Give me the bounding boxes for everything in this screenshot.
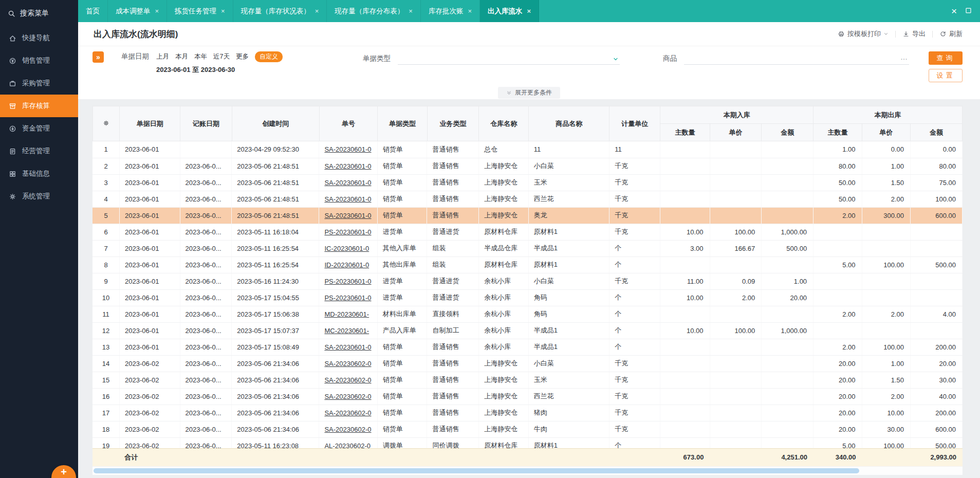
export-button[interactable]: 导出 — [902, 29, 926, 39]
table-row[interactable]: 72023-06-012023-06-0...2023-05-11 16:25:… — [93, 240, 963, 256]
table-row[interactable]: 132023-06-012023-06-0...2023-05-17 15:08… — [93, 339, 963, 355]
date-quick-option-3[interactable]: 近7天 — [213, 52, 230, 61]
tab-close-icon[interactable]: × — [155, 7, 159, 15]
col-header-doc-no[interactable]: 单号 — [319, 106, 377, 141]
table-row[interactable]: 62023-06-012023-06-0...2023-05-11 16:18:… — [93, 224, 963, 240]
col-header-product[interactable]: 商品名称 — [529, 106, 609, 141]
doc-no-link[interactable]: AL-20230602-0 — [324, 442, 371, 449]
tab-5[interactable]: 库存批次账× — [421, 0, 480, 22]
table-row[interactable]: 142023-06-022023-06-0...2023-05-06 21:34… — [93, 355, 963, 372]
col-header-created[interactable]: 创建时间 — [232, 106, 319, 141]
doc-no-link[interactable]: MC-20230601- — [324, 327, 369, 335]
date-quick-option-4[interactable]: 更多 — [236, 52, 249, 61]
query-button[interactable]: 查询 — [929, 51, 963, 65]
table-body-viewport[interactable]: 12023-06-012023-04-29 09:52:30SA-2023060… — [93, 141, 963, 448]
doc-no-link[interactable]: SA-20230601-0 — [324, 162, 371, 170]
tab-4[interactable]: 现存量（库存分布表）× — [327, 0, 421, 22]
table-row[interactable]: 32023-06-012023-06-0...2023-05-06 21:48:… — [93, 174, 963, 191]
fullscreen-icon[interactable] — [965, 7, 972, 16]
tab-0[interactable]: 首页 — [78, 0, 108, 22]
doc-no-link[interactable]: ID-20230601-0 — [324, 261, 369, 269]
sidebar-item-sales[interactable]: 销售管理 — [0, 49, 78, 72]
sidebar-item-inventory[interactable]: 库存核算 — [0, 95, 78, 117]
col-header-out-qty[interactable]: 主数量 — [813, 124, 862, 141]
tab-1[interactable]: 成本调整单× — [108, 0, 167, 22]
table-row[interactable]: 102023-06-012023-06-0...2023-05-17 15:04… — [93, 289, 963, 306]
doc-no-link[interactable]: SA-20230602-0 — [324, 376, 371, 384]
sidebar-item-system[interactable]: 系统管理 — [0, 185, 78, 208]
tab-close-icon[interactable]: × — [468, 7, 472, 15]
table-row[interactable]: 52023-06-012023-06-0...2023-05-06 21:48:… — [93, 207, 963, 224]
doc-no-link[interactable]: SA-20230601-0 — [324, 212, 371, 219]
col-header-in-amount[interactable]: 金额 — [762, 124, 813, 141]
doc-no-link[interactable]: IC-20230601-0 — [324, 245, 369, 252]
table-row[interactable]: 172023-06-022023-06-0...2023-05-06 21:34… — [93, 405, 963, 421]
doc-no-link[interactable]: SA-20230602-0 — [324, 426, 371, 433]
horizontal-scrollbar[interactable] — [93, 466, 963, 475]
sidebar-item-home[interactable]: 快捷导航 — [0, 27, 78, 49]
tab-3[interactable]: 现存量（库存状况表）× — [233, 0, 327, 22]
col-header-warehouse[interactable]: 仓库名称 — [479, 106, 529, 141]
col-header-doc-date[interactable]: 单据日期 — [120, 106, 180, 141]
column-settings-icon[interactable] — [103, 120, 109, 128]
col-header-out-price[interactable]: 单价 — [862, 124, 910, 141]
col-header-doc-type[interactable]: 单据类型 — [378, 106, 428, 141]
table-row[interactable]: 192023-06-022023-06-0...2023-05-11 16:23… — [93, 437, 963, 448]
table-row[interactable]: 22023-06-012023-06-0...2023-05-06 21:48:… — [93, 158, 963, 174]
settings-button[interactable]: 设置 — [929, 69, 963, 82]
scrollbar-thumb[interactable] — [94, 468, 859, 473]
doc-no-link[interactable]: PS-20230601-0 — [324, 294, 371, 302]
collapse-filter-button[interactable]: » — [93, 51, 104, 63]
custom-date-badge[interactable]: 自定义 — [255, 51, 283, 62]
product-input[interactable]: … — [684, 52, 909, 65]
doc-no-link[interactable]: MD-20230601- — [324, 310, 369, 318]
doc-no-link[interactable]: SA-20230601-0 — [324, 179, 371, 187]
doc-no-link[interactable]: SA-20230602-0 — [324, 360, 371, 367]
tab-close-icon[interactable]: × — [527, 7, 531, 15]
table-row[interactable]: 92023-06-012023-06-0...2023-05-16 11:24:… — [93, 273, 963, 289]
close-window-icon[interactable]: × — [951, 6, 957, 16]
tab-6[interactable]: 出入库流水× — [480, 0, 539, 22]
col-header-in-price[interactable]: 单价 — [710, 124, 762, 141]
table-row[interactable]: 42023-06-012023-06-0...2023-05-06 21:48:… — [93, 191, 963, 207]
doc-type-select[interactable] — [398, 52, 620, 65]
table-row[interactable]: 12023-06-012023-04-29 09:52:30SA-2023060… — [93, 141, 963, 158]
total-out-qty: 340.00 — [813, 449, 862, 466]
table-row[interactable]: 152023-06-022023-06-0...2023-05-06 21:34… — [93, 372, 963, 388]
doc-no-link[interactable]: SA-20230601-0 — [324, 195, 371, 203]
sidebar-item-purchase[interactable]: 采购管理 — [0, 72, 78, 95]
refresh-button[interactable]: 刷新 — [939, 29, 963, 39]
col-header-in-qty[interactable]: 主数量 — [660, 124, 710, 141]
doc-no-link[interactable]: SA-20230601-0 — [324, 343, 371, 351]
table-row[interactable]: 82023-06-012023-06-0...2023-05-11 16:25:… — [93, 256, 963, 273]
tab-close-icon[interactable]: × — [221, 7, 225, 15]
more-options-icon[interactable]: … — [900, 53, 908, 61]
table-row[interactable]: 182023-06-022023-06-0...2023-05-06 21:34… — [93, 421, 963, 437]
date-filter: 单据日期 上月本月本年近7天更多 自定义 2023-06-01 至 2023-0… — [121, 51, 363, 75]
table-row[interactable]: 122023-06-012023-06-0...2023-05-17 15:07… — [93, 322, 963, 339]
print-template-button[interactable]: 按模板打印 — [838, 29, 889, 39]
doc-no-link[interactable]: PS-20230601-0 — [324, 278, 371, 285]
expand-more-button[interactable]: 展开更多条件 — [498, 87, 560, 99]
col-header-biz-type[interactable]: 业务类型 — [427, 106, 479, 141]
col-header-out-amount[interactable]: 金额 — [911, 124, 963, 141]
sidebar-item-operations[interactable]: 经营管理 — [0, 140, 78, 162]
tab-close-icon[interactable]: × — [409, 7, 413, 15]
sidebar-item-base-info[interactable]: 基础信息 — [0, 162, 78, 185]
date-quick-option-2[interactable]: 本年 — [194, 52, 207, 61]
tab-close-icon[interactable]: × — [315, 7, 319, 15]
date-quick-option-0[interactable]: 上月 — [156, 52, 169, 61]
tab-2[interactable]: 拣货任务管理× — [167, 0, 233, 22]
doc-no-link[interactable]: SA-20230602-0 — [324, 393, 371, 400]
table-row[interactable]: 162023-06-022023-06-0...2023-05-06 21:34… — [93, 388, 963, 405]
sidebar-item-funds[interactable]: 资金管理 — [0, 117, 78, 140]
doc-no-link[interactable]: SA-20230601-0 — [324, 145, 371, 153]
table-row[interactable]: 112023-06-012023-06-0...2023-05-17 15:06… — [93, 306, 963, 322]
col-header-unit[interactable]: 计量单位 — [609, 106, 660, 141]
doc-no-link[interactable]: SA-20230602-0 — [324, 409, 371, 417]
col-header-acct-date[interactable]: 记账日期 — [180, 106, 232, 141]
date-quick-option-1[interactable]: 本月 — [175, 52, 188, 61]
doc-no-link[interactable]: PS-20230601-0 — [324, 228, 371, 236]
sidebar-search[interactable]: 搜索菜单 — [0, 0, 78, 27]
date-range-value[interactable]: 2023-06-01 至 2023-06-30 — [156, 65, 283, 75]
